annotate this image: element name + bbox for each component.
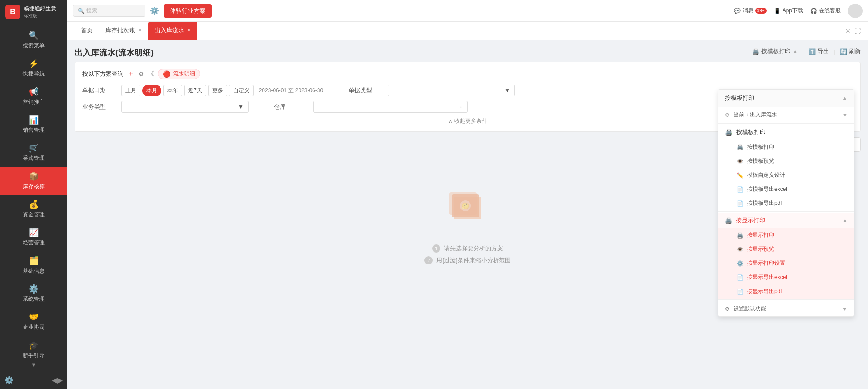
search-icon: 🔍 [29,30,39,40]
tab-flow[interactable]: 出入库流水 ✕ [148,22,197,40]
dropdown-template-print[interactable]: 🖨️ 按模板打印 [718,140,854,154]
page-toolbar: 🖨️ 按模板打印 ▲ | ⬆️ 导出 | 🔄 刷新 [752,47,861,55]
print-panel-scroll: ⚙ 当前：出入库流水 ▼ 🖨️ 按模板打印 🖨️ 按模板打印 👁️ [718,107,854,316]
sidebar-item-base[interactable]: 🗂️ 基础信息 [0,251,67,279]
sidebar-scroll-down[interactable]: ▼ [0,359,67,371]
date-tab-label: 本月 [146,87,157,94]
date-tab-year[interactable]: 本年 [163,85,182,96]
date-tab-custom[interactable]: 自定义 [229,85,254,96]
dropdown-display-print[interactable]: 🖨️ 按显示打印 [718,228,854,242]
dropdown-template-export-pdf[interactable]: 📄 按模板导出pdf [718,196,854,210]
dropdown-display-export-pdf[interactable]: 📄 按显示导出pdf [718,284,854,299]
message-badge: 99+ [755,8,767,14]
tab-close-flow-icon[interactable]: ✕ [187,27,191,33]
default-chevron: ▼ [842,306,848,312]
print-dropdown-chevron[interactable]: ▲ [842,95,848,101]
sidebar-item-label: 营销推广 [23,98,45,106]
sidebar-item-search[interactable]: 🔍 搜索菜单 [0,26,67,54]
export-btn[interactable]: ⬆️ 导出 [808,47,829,55]
doc-type-label: 单据类型 [349,86,380,95]
doc-type-select[interactable]: ▼ [388,85,515,96]
empty-step2-text: 用[过滤]条件来缩小分析范围 [436,256,510,264]
current-chevron: ▼ [843,112,848,118]
settings-icon[interactable]: ⚙️ [150,6,159,15]
business-type-select[interactable]: ▼ [121,101,249,113]
default-label: 设置默认功能 [733,305,766,313]
sidebar-item-inventory[interactable]: 📦 库存核算 [0,167,67,195]
page-title: 出入库流水(流水明细) [75,47,154,58]
refresh-btn[interactable]: 🔄 刷新 [840,47,861,55]
user-avatar[interactable] [848,4,863,18]
sidebar-item-system[interactable]: ⚙️ 系统管理 [0,279,67,308]
dropdown-display-export-excel[interactable]: 📄 按显示导出excel [718,270,854,284]
dropdown-template-print-header[interactable]: 🖨️ 按模板打印 [718,125,854,140]
dropdown-default-section[interactable]: ⚙ 设置默认功能 ▼ [718,301,854,316]
filter-header: 按以下方案查询 ＋ ⚙ 《 🔴 流水明细 [82,69,853,79]
sidebar-item-purchase[interactable]: 🛒 采购管理 [0,139,67,167]
purchase-icon: 🛒 [29,143,39,153]
default-icon: ⚙ [725,306,730,312]
sidebar-item-sales[interactable]: 📊 销售管理 [0,110,67,139]
date-tab-7days[interactable]: 近7天 [184,85,206,96]
export-icon: ⬆️ [808,48,816,55]
sidebar-item-finance[interactable]: 💰 资金管理 [0,195,67,223]
message-btn[interactable]: 💬 消息 99+ [734,7,767,15]
dropdown-template-preview[interactable]: 👁️ 按模板预览 [718,154,854,168]
tabs-bar: 首页 库存批次账 ✕ 出入库流水 ✕ ✕ ⛶ [67,22,868,40]
empty-step-1: 1 请先选择要分析的方案 [432,244,503,253]
sidebar-nav: 🔍 搜索菜单 ⚡ 快捷导航 📢 营销推广 📊 销售管理 🛒 采购管理 📦 库存核… [0,24,67,359]
display-excel-icon: 📄 [737,274,743,281]
filter-add-btn[interactable]: ＋ [127,69,135,79]
dropdown-display-settings[interactable]: ⚙️ 按显示打印设置 [718,256,854,270]
display-section-chevron: ▲ [843,218,848,223]
date-tab-label: 近7天 [188,87,202,94]
customer-service-btn[interactable]: 🎧 在线客服 [810,7,841,15]
dropdown-current-item[interactable]: ⚙ 当前：出入库流水 ▼ [718,107,854,122]
sidebar-item-guide[interactable]: 🎓 新手引导 [0,336,67,359]
print-btn[interactable]: 🖨️ 按模板打印 ▲ [752,47,798,55]
app-name: 畅捷通好生意 [24,5,56,13]
headset-icon: 🎧 [810,8,817,14]
edit-icon: ✏️ [737,172,743,179]
topbar-search[interactable]: 🔍 搜索 [73,5,145,17]
filter-collapse-btn[interactable]: 《 [148,70,154,78]
industry-btn[interactable]: 体验行业方案 [164,4,212,18]
business-type-label: 业务类型 [82,103,114,111]
filter-tag-label: 流水明细 [173,70,195,78]
sidebar-item-label: 经营管理 [23,239,45,247]
date-tab-current-month[interactable]: 本月 [142,85,161,96]
operations-icon: 📈 [29,228,39,238]
collapse-sidebar-icon[interactable]: ◀▶ [52,376,63,384]
current-label: 当前：出入库流水 [733,111,777,119]
date-tab-more[interactable]: 更多 [208,85,227,96]
app-download-btn[interactable]: 📱 App下载 [774,7,803,15]
dropdown-display-preview[interactable]: 👁️ 按显示预览 [718,242,854,256]
dropdown-template-customize[interactable]: ✏️ 模板自定义设计 [718,168,854,182]
template-export-excel-label: 按模板导出excel [747,185,787,193]
tab-close-batch-icon[interactable]: ✕ [138,27,142,33]
search-placeholder: 搜索 [86,7,97,15]
chevron-down-icon2: ▼ [238,104,244,110]
date-tab-prev-month[interactable]: 上月 [121,85,140,96]
empty-illustration: 🤔 [445,183,490,237]
dropdown-template-export-excel[interactable]: 📄 按模板导出excel [718,182,854,196]
sidebar-item-quick-nav[interactable]: ⚡ 快捷导航 [0,54,67,82]
sidebar-item-collab[interactable]: 🤝 企业协同 [0,308,67,336]
divider1 [718,123,854,124]
warehouse-input[interactable]: ··· [313,101,468,113]
template-export-pdf-label: 按模板导出pdf [747,199,782,207]
sidebar-item-label: 新手引导 [23,352,45,359]
sidebar-item-operations[interactable]: 📈 经营管理 [0,223,67,251]
tab-home[interactable]: 首页 [75,22,99,40]
close-window-icon[interactable]: ✕ [845,27,851,35]
filter-tag: 🔴 流水明细 [158,69,200,79]
expand-window-icon[interactable]: ⛶ [854,27,861,35]
tab-batch-account[interactable]: 库存批次账 ✕ [99,22,148,40]
filter-set-btn[interactable]: ⚙ [138,70,144,78]
display-preview-label: 按显示预览 [747,245,774,253]
settings-bottom-icon[interactable]: ⚙️ [5,376,14,384]
dropdown-display-print-header[interactable]: 🖨️ 按显示打印 ▲ [718,213,854,228]
template-print-label: 按模板打印 [747,143,774,151]
pdf-icon: 📄 [737,200,743,207]
sidebar-item-marketing[interactable]: 📢 营销推广 [0,82,67,110]
